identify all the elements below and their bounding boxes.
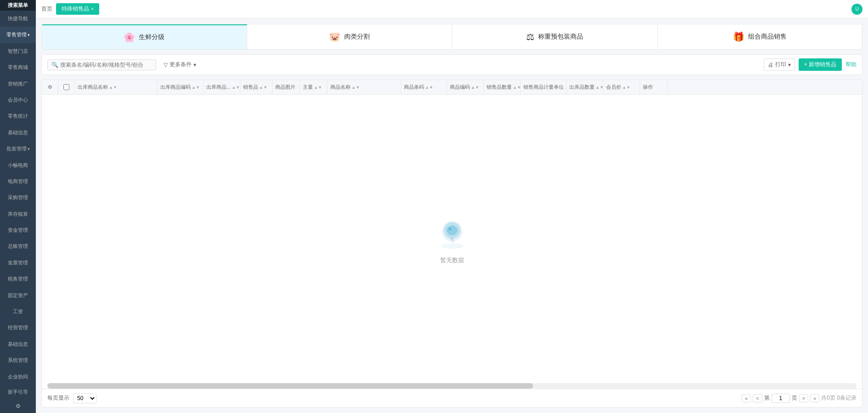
scrollbar-thumb[interactable]: [47, 383, 533, 389]
svg-point-0: [441, 243, 464, 249]
sidebar-item-marketing[interactable]: 营销推广: [0, 76, 36, 92]
feature-tab-combo-label: 组合商品销售: [748, 33, 787, 41]
sidebar-item-smartstore[interactable]: 智慧门店: [0, 43, 36, 59]
add-button[interactable]: + 新增销售品: [799, 58, 842, 71]
sidebar-item-member[interactable]: 会员中心: [0, 92, 36, 108]
feature-tab-combo[interactable]: 🎁 组合商品销售: [658, 24, 862, 49]
page-label-prefix: 第: [764, 394, 770, 402]
search-box[interactable]: 🔍: [47, 59, 156, 70]
sort-icon-7[interactable]: ▲▼: [425, 85, 433, 90]
sort-icon-9[interactable]: ▲▼: [513, 85, 521, 90]
page-next-button[interactable]: >: [799, 394, 808, 402]
empty-text: 暂无数据: [440, 256, 464, 264]
sidebar-item-newbie[interactable]: 新手引导: [0, 385, 36, 399]
topbar-tab-special[interactable]: 特殊销售品 ×: [56, 3, 99, 15]
sidebar-item-finance[interactable]: 资金管理: [0, 222, 36, 238]
th-operations: 操作: [640, 80, 668, 94]
sidebar-logo[interactable]: 搜索菜单: [0, 0, 36, 11]
sidebar-item-ecommerce-mgmt[interactable]: 电商管理: [0, 173, 36, 189]
print-button[interactable]: 🖨 打印 ▾: [764, 58, 795, 71]
empty-icon: [434, 214, 471, 251]
feature-tabs: 🌸 生鲜分级 🐷 肉类分割 ⚖ 称重预包装商品 🎁 组合商品销售: [41, 24, 862, 50]
sidebar-item-fixedassets[interactable]: 固定资产: [0, 287, 36, 304]
toolbar: 🔍 ▽ 更多条件 ▾ 🖨 打印 ▾ + 新增销售品 帮助: [41, 54, 862, 75]
topbar-home[interactable]: 首页: [41, 5, 52, 13]
sidebar-item-ecommerce-small[interactable]: 小畅电商: [0, 157, 36, 173]
feature-tab-meat[interactable]: 🐷 肉类分割: [247, 24, 453, 49]
sidebar-item-retail[interactable]: 零售管理 ▾: [0, 27, 36, 43]
empty-state: 暂无数据: [434, 214, 471, 264]
sort-icon-6[interactable]: ▲▼: [352, 85, 360, 90]
sort-icon-4[interactable]: ▲▼: [259, 85, 267, 90]
th-member-price: 会员价 ▲▼: [603, 80, 640, 94]
sidebar-item-retailmall[interactable]: 零售商城: [0, 59, 36, 75]
sort-icon-8[interactable]: ▲▼: [471, 85, 479, 90]
sidebar-item-retailstats[interactable]: 零售统计: [0, 108, 36, 124]
page-prev-button[interactable]: <: [753, 394, 762, 402]
sidebar-item-invoice[interactable]: 发票管理: [0, 255, 36, 271]
toolbar-right: 🖨 打印 ▾ + 新增销售品 帮助: [764, 58, 857, 71]
th-product-name: 商品名称 ▲▼: [328, 80, 401, 94]
sidebar-item-wholesale[interactable]: 批发管理 ▾: [0, 141, 36, 157]
combo-sale-icon: 🎁: [733, 31, 744, 42]
select-all-checkbox[interactable]: [63, 84, 69, 90]
sidebar-item-system[interactable]: 系统管理: [0, 352, 36, 368]
feature-tab-fresh-label: 生鲜分级: [139, 33, 165, 41]
sort-icon-12[interactable]: ▲▼: [622, 85, 630, 90]
sort-icon-2[interactable]: ▲▼: [192, 85, 200, 90]
feature-tab-weigh[interactable]: ⚖ 称重预包装商品: [452, 24, 658, 49]
sort-icon-3[interactable]: ▲▼: [232, 85, 240, 90]
th-product-image: 商品图片: [272, 80, 300, 94]
sort-icon-11[interactable]: ▲▼: [596, 85, 603, 90]
filter-arrow-icon: ▾: [193, 62, 196, 68]
tab-close-icon[interactable]: ×: [91, 6, 94, 11]
user-avatar[interactable]: U: [851, 4, 862, 15]
sidebar-item-salary[interactable]: 工资: [0, 304, 36, 320]
table-header: ⚙ 出库商品名称 ▲▼ 出库商品编码 ▲▼ 出库商品... ▲▼ 销售品: [42, 80, 862, 95]
topbar-right: U: [851, 4, 862, 15]
main-content: 首页 特殊销售品 × U 🌸 生鲜分级 🐷 肉类分割 ⚖ 称重预包装商品: [36, 0, 868, 413]
th-settings[interactable]: ⚙: [42, 80, 58, 94]
print-icon: 🖨: [768, 62, 773, 68]
sidebar-item-bizmanage[interactable]: 经营管理: [0, 320, 36, 336]
sort-icon[interactable]: ▲▼: [109, 85, 117, 90]
filter-label: 更多条件: [170, 61, 192, 69]
per-page-label: 每页显示: [47, 394, 69, 402]
th-checkbox[interactable]: [58, 80, 75, 94]
page-first-button[interactable]: «: [742, 394, 751, 402]
search-input[interactable]: [60, 62, 152, 68]
th-outstock-name: 出库商品名称 ▲▼: [75, 80, 158, 94]
feature-tab-fresh[interactable]: 🌸 生鲜分级: [42, 24, 247, 49]
sidebar-item-purchase[interactable]: 采购管理: [0, 189, 36, 206]
svg-point-3: [448, 228, 451, 230]
page-label-suffix: 页: [792, 394, 797, 402]
sidebar-item-basicinfo1[interactable]: 基础信息: [0, 125, 36, 141]
th-main-weight: 主量 ▲▼: [300, 80, 328, 94]
th-product-code: 商品编码 ▲▼: [447, 80, 484, 94]
sidebar-item-tax[interactable]: 税务管理: [0, 271, 36, 287]
chevron-down-icon-wholesale: ▾: [28, 146, 30, 152]
search-icon: 🔍: [51, 62, 58, 68]
sidebar-item-basicinfo2[interactable]: 基础信息: [0, 336, 36, 352]
page-input[interactable]: [772, 394, 790, 403]
th-sales-item: 销售品 ▲▼: [240, 80, 272, 94]
sidebar-item-inventory[interactable]: 库存核算: [0, 206, 36, 222]
page-last-button[interactable]: »: [810, 394, 819, 402]
sidebar-gear-icon[interactable]: ⚙: [0, 399, 36, 413]
data-table: ⚙ 出库商品名称 ▲▼ 出库商品编码 ▲▼ 出库商品... ▲▼ 销售品: [41, 80, 862, 407]
sort-icon-5[interactable]: ▲▼: [314, 85, 322, 90]
per-page-select[interactable]: 50 20 100: [73, 393, 96, 403]
topbar-tab-label: 特殊销售品: [62, 5, 89, 13]
feature-tab-weigh-label: 称重预包装商品: [538, 33, 583, 41]
pagination: 每页显示 50 20 100 « < 第 页 > » 共0页 0条记录: [42, 389, 862, 407]
help-button[interactable]: 帮助: [845, 61, 857, 69]
horizontal-scrollbar[interactable]: [47, 383, 857, 389]
sidebar: 搜索菜单 快捷导航 零售管理 ▾ 智慧门店 零售商城 营销推广 会员中心 零售统…: [0, 0, 36, 413]
filter-button[interactable]: ▽ 更多条件 ▾: [160, 59, 200, 70]
filter-icon: ▽: [164, 62, 168, 68]
th-outstock-code: 出库商品编码 ▲▼: [158, 80, 204, 94]
chevron-down-icon: ▾: [28, 32, 30, 38]
sidebar-item-enterprise[interactable]: 企业协同: [0, 369, 36, 385]
sidebar-item-ledger[interactable]: 总账管理: [0, 238, 36, 254]
sidebar-item-quicknav[interactable]: 快捷导航: [0, 11, 36, 27]
